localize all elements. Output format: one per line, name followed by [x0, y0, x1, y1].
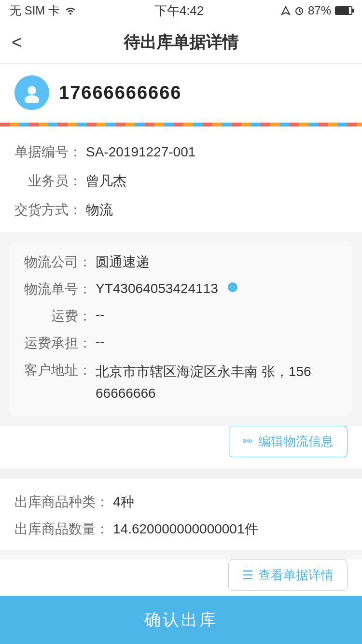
order-no-row: 单据编号： SA-20191227-001 [14, 142, 348, 162]
salesman-value: 曾凡杰 [86, 171, 348, 191]
nav-bar: < 待出库单据详情 [0, 21, 362, 64]
wifi-icon [64, 6, 77, 15]
status-bar-left: 无 SIM 卡 [10, 3, 77, 18]
order-no-value: SA-20191227-001 [86, 142, 348, 162]
status-bar-right: 87% [281, 4, 352, 17]
dashed-divider [0, 123, 362, 126]
edit-btn-row: ✏ 编辑物流信息 [0, 426, 362, 469]
logistics-company-row: 物流公司： 圆通速递 [24, 253, 338, 271]
freight-value: -- [96, 307, 338, 322]
status-bar: 无 SIM 卡 下午4:42 87% [0, 0, 362, 21]
battery-icon [335, 6, 352, 15]
goods-category-value: 4种 [113, 493, 134, 511]
address-label: 客户地址： [24, 361, 92, 379]
freight-row: 运费： -- [24, 307, 338, 325]
tracking-no-label: 物流单号： [24, 280, 92, 298]
page-title: 待出库单据详情 [124, 31, 238, 54]
delivery-row: 交货方式： 物流 [14, 200, 348, 220]
confirm-btn-label: 确认出库 [144, 609, 218, 631]
location-arrow-icon [281, 6, 291, 15]
avatar-icon [22, 83, 42, 103]
section-divider [0, 469, 362, 478]
battery-percent: 87% [308, 4, 331, 17]
order-info-section: 单据编号： SA-20191227-001 业务员： 曾凡杰 交货方式： 物流 [0, 127, 362, 232]
view-detail-button[interactable]: ☰ 查看单据详情 [228, 560, 348, 591]
order-no-label: 单据编号： [14, 142, 82, 162]
logistics-company-label: 物流公司： [24, 253, 92, 271]
svg-point-0 [70, 13, 71, 15]
address-value: 北京市市辖区海淀区永丰南 张，156 66666666 [96, 361, 338, 405]
freight-bearer-row: 运费承担： -- [24, 334, 338, 352]
tracking-no-value: YT43064053424113 [96, 280, 338, 297]
logistics-company-value: 圆通速递 [96, 253, 338, 271]
svg-line-4 [299, 11, 301, 12]
svg-point-6 [25, 95, 39, 103]
svg-point-9 [231, 285, 235, 289]
goods-quantity-value: 14.620000000000001件 [113, 520, 258, 538]
goods-category-row: 出库商品种类： 4种 [14, 493, 348, 511]
edit-logistics-button[interactable]: ✏ 编辑物流信息 [229, 426, 348, 457]
goods-section: 出库商品种类： 4种 出库商品数量： 14.620000000000001件 [0, 478, 362, 550]
back-button[interactable]: < [12, 32, 22, 53]
goods-quantity-row: 出库商品数量： 14.620000000000001件 [14, 520, 348, 538]
tracking-no-row: 物流单号： YT43064053424113 [24, 280, 338, 298]
address-row: 客户地址： 北京市市辖区海淀区永丰南 张，156 66666666 [24, 361, 338, 405]
status-bar-time: 下午4:42 [154, 2, 204, 19]
svg-point-5 [28, 86, 36, 95]
freight-label: 运费： [24, 307, 92, 325]
goods-category-label: 出库商品种类： [14, 493, 109, 511]
user-header: 17666666666 [0, 64, 362, 122]
alarm-icon [294, 6, 304, 15]
view-btn-label: 查看单据详情 [258, 567, 334, 584]
salesman-label: 业务员： [14, 171, 82, 191]
user-phone: 17666666666 [59, 83, 181, 103]
avatar [14, 75, 49, 110]
tracking-no-text: YT43064053424113 [96, 281, 218, 296]
svg-marker-1 [282, 7, 290, 14]
edit-btn-label: 编辑物流信息 [258, 433, 334, 450]
delivery-value: 物流 [86, 200, 348, 220]
goods-quantity-label: 出库商品数量： [14, 520, 109, 538]
list-icon: ☰ [242, 568, 253, 583]
edit-icon: ✏ [243, 434, 253, 449]
delivery-label: 交货方式： [14, 200, 82, 220]
freight-bearer-label: 运费承担： [24, 334, 92, 352]
tracking-location-icon [224, 280, 241, 297]
logistics-card: 物流公司： 圆通速递 物流单号： YT43064053424113 运费： --… [10, 241, 352, 416]
salesman-row: 业务员： 曾凡杰 [14, 171, 348, 191]
freight-bearer-value: -- [96, 334, 338, 350]
carrier-text: 无 SIM 卡 [10, 3, 60, 18]
confirm-button-bar[interactable]: 确认出库 [0, 596, 362, 644]
